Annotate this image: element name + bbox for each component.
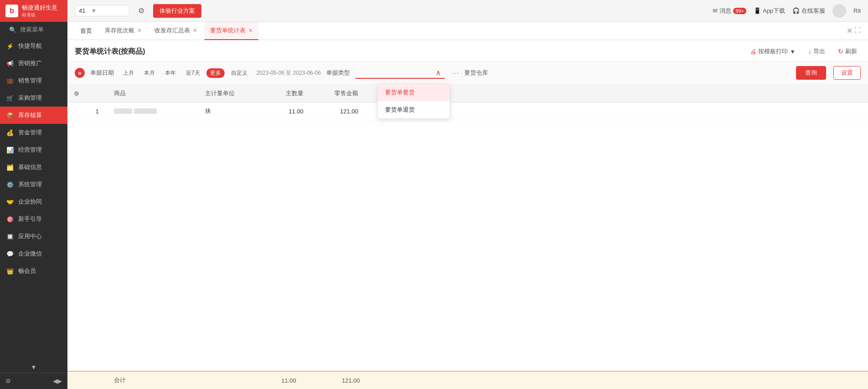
- sidebar-item-finance[interactable]: 💰 资金管理: [0, 124, 67, 141]
- sidebar-item-enterprise[interactable]: 🤝 企业协同: [0, 193, 67, 210]
- type-filter-label: 单据类型: [326, 69, 350, 77]
- enterprise-icon: 🤝: [5, 199, 15, 205]
- sidebar-item-inventory[interactable]: 📦 库存核算: [0, 107, 67, 124]
- custom-date-btn[interactable]: 自定义: [227, 68, 251, 78]
- dropdown-item-return[interactable]: 要货单退货: [378, 101, 450, 118]
- main-area: 41 ▼ ⚙ 体验行业方案 ✉ 消息 99+ 📱 App下载 🎧 在线客服 Ri…: [67, 0, 868, 389]
- sidebar-scroll-down[interactable]: ▼: [0, 362, 67, 373]
- tab-close-receive-summary[interactable]: ✕: [193, 27, 197, 34]
- sidebar-item-wechat[interactable]: 💬 企业微信: [0, 245, 67, 262]
- filter-bar: » 单据日期 上月 本月 本年 近7天 更多 自定义 2023-05-06 至 …: [67, 61, 868, 85]
- message-badge[interactable]: ✉ 消息 99+: [713, 7, 746, 15]
- type-dropdown: 要货单要货 要货单退货: [377, 83, 450, 119]
- breadcrumb-selector[interactable]: 41 ▼: [75, 5, 129, 16]
- header-right: ✉ 消息 99+ 📱 App下载 🎧 在线客服 Rit: [713, 4, 861, 18]
- last-7-days-btn[interactable]: 近7天: [182, 68, 204, 78]
- this-month-btn[interactable]: 本月: [140, 68, 159, 78]
- print-button[interactable]: 🖨 按模板打印 ▼: [746, 46, 799, 57]
- sidebar-item-quick-nav[interactable]: ⚡ 快捷导航: [0, 37, 67, 55]
- industry-button[interactable]: 体验行业方案: [153, 4, 201, 18]
- sidebar-item-sales[interactable]: 💼 销售管理: [0, 72, 67, 89]
- sidebar-item-member[interactable]: 👑 畅会员: [0, 262, 67, 280]
- data-table: ⚙ 商品 主计量单位 主数量 零售金额 1: [67, 85, 868, 120]
- system-icon: ⚙️: [5, 181, 15, 188]
- th-unit: 主计量单位: [200, 85, 254, 102]
- finance-icon: 💰: [5, 129, 15, 136]
- sales-icon: 💼: [5, 77, 15, 84]
- td-qty: 11.00: [254, 102, 309, 120]
- more-dates-btn[interactable]: 更多: [206, 68, 225, 78]
- type-filter-input[interactable]: [359, 69, 436, 76]
- sidebar-item-operation[interactable]: 📊 经营管理: [0, 141, 67, 159]
- chevron-down-icon: ▼: [31, 363, 37, 371]
- footer-amount: 121.00: [305, 377, 360, 384]
- tab-window-close-icon[interactable]: ✕: [847, 26, 853, 35]
- guide-icon: 🎯: [5, 216, 15, 223]
- member-icon: 👑: [5, 268, 15, 275]
- sidebar-search[interactable]: 🔍 搜索菜单: [0, 22, 67, 37]
- type-filter-input-wrapper[interactable]: ∧: [355, 67, 445, 79]
- quick-nav-icon: ⚡: [5, 43, 15, 50]
- product-name: [114, 108, 194, 114]
- message-icon: ✉: [713, 7, 718, 14]
- breadcrumb-arrow: ▼: [91, 7, 97, 14]
- page-content: 要货单统计表(按商品) 🖨 按模板打印 ▼ ↓ 导出 ↻ 刷新 »: [67, 40, 868, 389]
- top-header: 41 ▼ ⚙ 体验行业方案 ✉ 消息 99+ 📱 App下载 🎧 在线客服 Ri…: [67, 0, 868, 22]
- sidebar-item-app-center[interactable]: 🔲 应用中心: [0, 228, 67, 245]
- collapse-sidebar-icon[interactable]: ◀▶: [53, 378, 62, 384]
- sidebar-item-basic[interactable]: 🗂️ 基础信息: [0, 159, 67, 176]
- marketing-icon: 📢: [5, 60, 15, 67]
- th-product: 商品: [108, 85, 200, 102]
- sidebar-item-guide[interactable]: 🎯 新手引导: [0, 210, 67, 228]
- table-container: ⚙ 商品 主计量单位 主数量 零售金额 1: [67, 85, 868, 371]
- purchase-icon: 🛒: [5, 95, 15, 102]
- footer-qty: 11.00: [241, 377, 296, 384]
- td-unit: 块: [200, 102, 254, 120]
- search-icon: 🔍: [9, 26, 16, 33]
- last-month-btn[interactable]: 上月: [119, 68, 138, 78]
- basic-icon: 🗂️: [5, 164, 15, 171]
- dropdown-item-delivery[interactable]: 要货单要货: [378, 84, 450, 101]
- tab-close-order-stats[interactable]: ✕: [248, 27, 253, 34]
- sidebar-item-system[interactable]: ⚙️ 系统管理: [0, 176, 67, 193]
- sidebar-item-purchase[interactable]: 🛒 采购管理: [0, 89, 67, 107]
- type-filter-collapse-icon[interactable]: ∧: [436, 68, 441, 77]
- sidebar-item-marketing[interactable]: 📢 营销推广: [0, 55, 67, 72]
- tab-close-inventory-batch[interactable]: ✕: [137, 27, 142, 34]
- this-year-btn[interactable]: 本年: [161, 68, 180, 78]
- th-amount: 零售金额: [309, 85, 364, 102]
- export-icon: ↓: [808, 48, 812, 55]
- wechat-icon: 💬: [5, 251, 15, 257]
- tab-order-stats[interactable]: 要货单统计表 ✕: [205, 22, 258, 40]
- tab-window-expand-icon[interactable]: ⛶: [854, 26, 861, 35]
- date-range-display: 2023-05-06 至 2023-06-06: [257, 69, 321, 77]
- query-button[interactable]: 查询: [796, 66, 826, 80]
- settings-button[interactable]: 设置: [833, 66, 861, 80]
- print-dropdown-icon: ▼: [790, 48, 796, 55]
- inventory-icon: 📦: [5, 112, 15, 119]
- th-settings[interactable]: ⚙: [67, 85, 86, 102]
- table-header-row: ⚙ 商品 主计量单位 主数量 零售金额: [67, 85, 868, 102]
- refresh-button[interactable]: ↻ 刷新: [834, 46, 861, 57]
- user-avatar[interactable]: [832, 4, 846, 18]
- filter-expand-button[interactable]: »: [75, 68, 85, 78]
- export-button[interactable]: ↓ 导出: [805, 46, 829, 57]
- column-settings-icon[interactable]: ⚙: [74, 90, 79, 97]
- app-download-icon: 📱: [754, 7, 761, 14]
- table-footer: 合计 11.00 121.00: [67, 371, 868, 389]
- app-download-link[interactable]: 📱 App下载: [754, 7, 785, 15]
- online-service-link[interactable]: 🎧 在线客服: [792, 7, 825, 15]
- filter-more-options-icon[interactable]: ···: [452, 68, 459, 78]
- product-bar-2: [134, 108, 157, 114]
- online-service-icon: 🎧: [792, 7, 800, 14]
- page-actions: 🖨 按模板打印 ▼ ↓ 导出 ↻ 刷新: [746, 46, 861, 57]
- warehouse-filter-label: 要货仓库: [464, 69, 488, 77]
- table-row: 1 块 11.00 121.00: [67, 102, 868, 120]
- header-settings-icon[interactable]: ⚙: [135, 5, 148, 17]
- tab-home[interactable]: 首页: [75, 22, 98, 40]
- th-seq: [86, 85, 108, 102]
- tab-inventory-batch[interactable]: 库存批次账 ✕: [99, 22, 147, 40]
- tab-receive-summary[interactable]: 收发存汇总表 ✕: [149, 22, 203, 40]
- settings-bottom-icon[interactable]: ⚙: [5, 378, 11, 384]
- operation-icon: 📊: [5, 147, 15, 154]
